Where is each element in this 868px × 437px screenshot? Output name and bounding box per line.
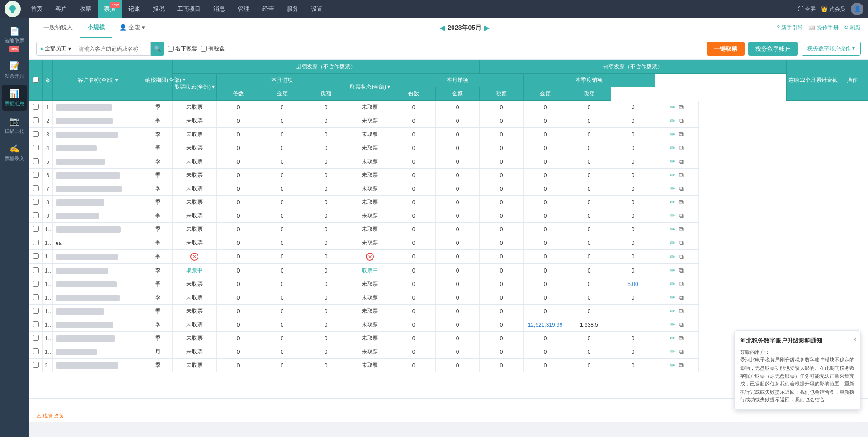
row-checkbox[interactable] <box>29 209 43 223</box>
nav-settings[interactable]: 设置 <box>305 0 329 18</box>
row-checkbox[interactable] <box>29 223 43 236</box>
edit-icon[interactable]: ✏ <box>670 362 675 369</box>
copy-icon[interactable]: ⧉ <box>679 198 684 206</box>
copy-icon[interactable]: ⧉ <box>679 307 684 315</box>
has-plate-checkbox[interactable]: 有税盘 <box>201 45 225 52</box>
row-client-name[interactable] <box>53 155 143 169</box>
row-client-name[interactable] <box>53 182 143 196</box>
select-all-checkbox[interactable] <box>33 77 39 83</box>
row-checkbox[interactable] <box>29 155 43 169</box>
copy-icon[interactable]: ⧉ <box>679 348 684 355</box>
row-checkbox[interactable] <box>29 182 43 196</box>
copy-icon[interactable]: ⧉ <box>679 144 684 151</box>
edit-icon[interactable]: ✏ <box>670 239 675 246</box>
nav-business[interactable]: 工商项目 <box>171 0 207 18</box>
row-checkbox[interactable] <box>29 128 43 141</box>
row-client-name[interactable] <box>53 264 143 277</box>
row-checkbox[interactable] <box>29 264 43 277</box>
row-checkbox[interactable] <box>29 318 43 332</box>
edit-icon[interactable]: ✏ <box>670 267 675 274</box>
copy-icon[interactable]: ⧉ <box>679 158 684 165</box>
copy-icon[interactable]: ⧉ <box>679 212 684 219</box>
row-client-name[interactable] <box>53 250 143 264</box>
named-account-checkbox[interactable]: 名下账套 <box>168 45 197 52</box>
edit-icon[interactable]: ✏ <box>670 117 675 124</box>
copy-icon[interactable]: ⧉ <box>679 185 684 192</box>
sidebar-item-invoice-summary[interactable]: 📊 票据汇总 <box>2 85 27 111</box>
edit-icon[interactable]: ✏ <box>670 185 675 192</box>
tab-small[interactable]: 小规模 <box>80 18 112 38</box>
sidebar-item-open-invoice[interactable]: 📝 发票开具 <box>2 57 27 83</box>
edit-icon[interactable]: ✏ <box>670 226 675 233</box>
row-client-name[interactable] <box>53 196 143 209</box>
edit-icon[interactable]: ✏ <box>670 212 675 219</box>
user-avatar[interactable]: 👤 <box>851 3 863 15</box>
row-client-name[interactable] <box>53 359 143 372</box>
nav-accounting[interactable]: 记账 <box>122 0 146 18</box>
sidebar-item-smart-invoice[interactable]: 📄 智能取票 new <box>2 23 27 56</box>
tab-all[interactable]: 👤 全能 ▾ <box>112 18 152 38</box>
copy-icon[interactable]: ⧉ <box>679 253 684 260</box>
copy-icon[interactable]: ⧉ <box>679 294 684 301</box>
nav-invoice-collect[interactable]: 收票 <box>73 0 98 18</box>
nav-manage[interactable]: 管理 <box>231 0 256 18</box>
nav-service[interactable]: 服务 <box>280 0 305 18</box>
tax-policy-link[interactable]: ⚠ 税务政策 <box>36 412 64 420</box>
manual-btn[interactable]: 📖 操作手册 <box>808 24 838 32</box>
refresh-btn[interactable]: ↻ 刷新 <box>844 24 861 32</box>
row-checkbox[interactable] <box>29 359 43 372</box>
fullscreen-btn[interactable]: ⛶ 全屏 <box>798 5 816 13</box>
nav-tax[interactable]: 报税 <box>146 0 171 18</box>
employee-select[interactable]: ■ 全部员工 ▾ <box>36 42 75 56</box>
copy-icon[interactable]: ⧉ <box>679 117 684 124</box>
tax-digital-op-btn[interactable]: 税务数字账户操作 ▾ <box>802 42 861 56</box>
row-client-name[interactable] <box>53 169 143 182</box>
copy-icon[interactable]: ⧉ <box>679 171 684 179</box>
edit-icon[interactable]: ✏ <box>670 171 675 179</box>
edit-icon[interactable]: ✏ <box>670 198 675 206</box>
edit-icon[interactable]: ✏ <box>670 307 675 315</box>
edit-icon[interactable]: ✏ <box>670 334 675 342</box>
nav-invoice[interactable]: 票据 new <box>98 0 122 18</box>
copy-icon[interactable]: ⧉ <box>679 334 684 342</box>
member-btn[interactable]: 👑 购会员 <box>821 5 845 13</box>
edit-icon[interactable]: ✏ <box>670 294 675 301</box>
row-checkbox[interactable] <box>29 196 43 209</box>
popup-close-btn[interactable]: × <box>853 334 857 344</box>
row-checkbox[interactable] <box>29 291 43 305</box>
one-click-ticket-btn[interactable]: 一键取票 <box>707 42 745 56</box>
edit-icon[interactable]: ✏ <box>670 321 675 328</box>
row-client-name[interactable] <box>53 318 143 332</box>
nav-message[interactable]: 消息 <box>207 0 231 18</box>
copy-icon[interactable]: ⧉ <box>679 267 684 274</box>
row-checkbox[interactable] <box>29 101 43 114</box>
edit-icon[interactable]: ✏ <box>670 131 675 138</box>
row-checkbox[interactable] <box>29 236 43 250</box>
copy-icon[interactable]: ⧉ <box>679 280 684 287</box>
copy-icon[interactable]: ⧉ <box>679 321 684 328</box>
row-checkbox[interactable] <box>29 332 43 345</box>
row-client-name[interactable] <box>53 141 143 155</box>
search-input[interactable] <box>75 42 151 56</box>
nav-client[interactable]: 客户 <box>49 0 73 18</box>
row-client-name[interactable] <box>53 209 143 223</box>
nav-operation[interactable]: 经营 <box>256 0 280 18</box>
edit-icon[interactable]: ✏ <box>670 103 675 111</box>
row-client-name[interactable] <box>53 291 143 305</box>
row-checkbox[interactable] <box>29 277 43 291</box>
row-client-name[interactable] <box>53 332 143 345</box>
row-client-name[interactable] <box>53 345 143 359</box>
tax-digital-btn[interactable]: 税务数字账户 <box>748 42 798 56</box>
row-client-name[interactable] <box>53 305 143 318</box>
edit-icon[interactable]: ✏ <box>670 348 675 355</box>
copy-icon[interactable]: ⧉ <box>679 131 684 138</box>
row-checkbox[interactable] <box>29 169 43 182</box>
edit-icon[interactable]: ✏ <box>670 158 675 165</box>
copy-icon[interactable]: ⧉ <box>679 362 684 369</box>
row-checkbox[interactable] <box>29 250 43 264</box>
row-client-name[interactable]: ea <box>53 236 143 250</box>
prev-month-btn[interactable]: ◀ <box>437 23 448 33</box>
sidebar-item-invoice-entry[interactable]: ✍️ 票据录入 <box>2 140 27 166</box>
row-client-name[interactable] <box>53 128 143 141</box>
row-client-name[interactable] <box>53 277 143 291</box>
